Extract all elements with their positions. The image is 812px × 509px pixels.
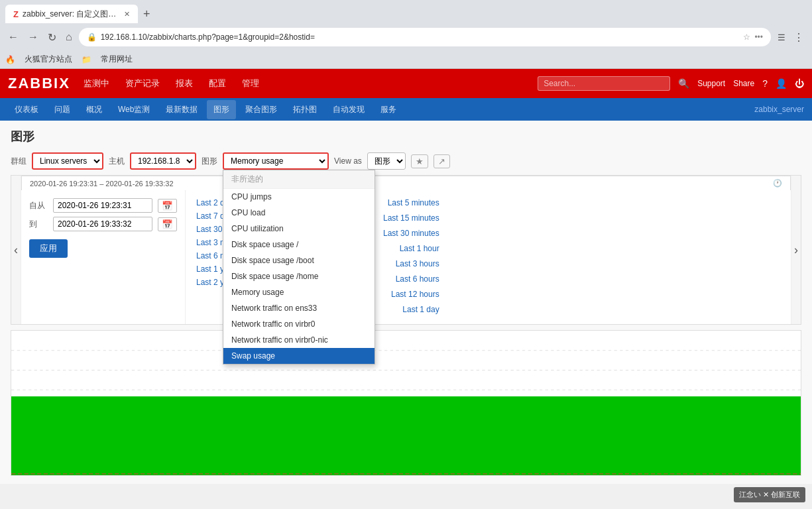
dropdown-item-cpu-util[interactable]: CPU utilization xyxy=(223,221,375,237)
bookmark-folder-icon: 📁 xyxy=(82,55,91,64)
filter-controls: 群组 Linux servers 主机 192.168.1.8 图形 Memor… xyxy=(11,152,801,170)
extensions-button[interactable]: ☰ xyxy=(775,30,788,45)
refresh-button[interactable]: ↻ xyxy=(45,30,59,45)
to-date-input[interactable] xyxy=(53,217,152,231)
search-button[interactable]: 🔍 xyxy=(678,78,689,89)
dropdown-item-net-virbr0[interactable]: Network traffic on virbr0 xyxy=(223,316,375,332)
view-as-select[interactable]: 图形 xyxy=(367,152,406,170)
date-form: 自从 📅 到 📅 应用 xyxy=(21,190,186,324)
subnav-dashboard[interactable]: 仪表板 xyxy=(8,100,45,119)
subnav-right-username: zabbix_server xyxy=(754,105,804,114)
subnav-problems[interactable]: 问题 xyxy=(48,100,77,119)
topnav-item-config[interactable]: 配置 xyxy=(209,75,226,92)
clock-icon: 🕐 xyxy=(773,179,782,188)
back-button[interactable]: ← xyxy=(5,30,21,44)
subnav-web-monitor[interactable]: Web监测 xyxy=(111,100,156,119)
bookmark-firefox-icon: 🔥 xyxy=(5,55,15,64)
browser-tab[interactable]: Z zabbix_server: 自定义图表 ■ ✕ xyxy=(5,5,138,23)
favorite-button[interactable]: ★ xyxy=(411,154,428,168)
graph-select-wrapper: Memory usage 非所选的 CPU jumps CPU load CPU… xyxy=(223,152,329,170)
view-as-label: View as xyxy=(334,156,362,166)
home-button[interactable]: ⌂ xyxy=(63,30,75,44)
browser-menu-button[interactable]: ⋮ xyxy=(791,30,807,45)
dropdown-item-memory-usage[interactable]: Memory usage xyxy=(223,284,375,300)
to-label: 到 xyxy=(29,219,48,230)
new-tab-button[interactable]: + xyxy=(138,7,156,21)
dropdown-item-cpu-jumps[interactable]: CPU jumps xyxy=(223,189,375,205)
subnav-autodiscovery[interactable]: 自动发现 xyxy=(326,100,371,119)
more-options-icon[interactable]: ••• xyxy=(754,32,763,42)
page-title: 图形 xyxy=(11,129,801,144)
dropdown-item-disk-root[interactable]: Disk space usage / xyxy=(223,237,375,253)
subnav-topology[interactable]: 拓扑图 xyxy=(286,100,323,119)
sub-navigation: 仪表板 问题 概况 Web监测 最新数据 图形 聚合图形 拓扑图 自动发现 服务… xyxy=(0,98,812,121)
page-content: 图形 群组 Linux servers 主机 192.168.1.8 图形 Me… xyxy=(0,121,812,484)
subnav-aggregate-graphs[interactable]: 聚合图形 xyxy=(239,100,284,119)
dates-area: 自从 📅 到 📅 应用 xyxy=(21,190,791,324)
group-select[interactable]: Linux servers xyxy=(32,152,103,170)
time-range-bar: 2020-01-26 19:23:31 – 2020-01-26 19:33:3… xyxy=(21,176,791,190)
subnav-latest-data[interactable]: 最新数据 xyxy=(159,100,204,119)
dropdown-item-disk-home[interactable]: Disk space usage /home xyxy=(223,268,375,284)
dropdown-header: 非所选的 xyxy=(223,170,375,189)
bookmark-star-icon[interactable]: ☆ xyxy=(743,32,750,42)
prev-page-button[interactable]: ‹ xyxy=(11,176,21,324)
top-navigation: ZABBIX 监测中 资产记录 报表 配置 管理 🔍 Support Share… xyxy=(0,69,812,98)
support-link[interactable]: Support xyxy=(697,79,725,88)
topnav-item-admin[interactable]: 管理 xyxy=(242,75,259,92)
host-label: 主机 xyxy=(109,156,125,167)
tab-close-icon[interactable]: ✕ xyxy=(124,10,130,19)
top-search-input[interactable] xyxy=(538,76,670,91)
top-nav-right: 🔍 Support Share ? 👤 ⏻ xyxy=(538,76,804,91)
bookmark-common-sites[interactable]: 常用网址 xyxy=(97,52,137,66)
dropdown-item-net-ens33[interactable]: Network traffic on ens33 xyxy=(223,300,375,316)
subnav-services[interactable]: 服务 xyxy=(374,100,403,119)
help-icon[interactable]: ? xyxy=(762,78,768,89)
z-favicon-icon: Z xyxy=(13,9,19,19)
dropdown-item-net-virbr0-nic[interactable]: Network traffic on virbr0-nic xyxy=(223,332,375,348)
logout-icon[interactable]: ⏻ xyxy=(795,78,804,89)
dropdown-item-swap[interactable]: Swap usage xyxy=(223,348,375,364)
chart-area xyxy=(11,330,801,476)
next-page-button[interactable]: › xyxy=(791,176,801,324)
share-link[interactable]: Share xyxy=(733,79,754,88)
graph-label: 图形 xyxy=(202,156,217,167)
topnav-item-reports[interactable]: 报表 xyxy=(176,75,193,92)
host-select[interactable]: 192.168.1.8 xyxy=(130,152,196,170)
group-label: 群组 xyxy=(11,156,27,167)
dropdown-item-disk-boot[interactable]: Disk space usage /boot xyxy=(223,253,375,268)
address-text: 192.168.1.10/zabbix/charts.php?page=1&gr… xyxy=(101,32,740,42)
topnav-item-assets[interactable]: 资产记录 xyxy=(125,75,160,92)
user-icon[interactable]: 👤 xyxy=(776,78,787,89)
address-bar: 🔒 192.168.1.10/zabbix/charts.php?page=1&… xyxy=(79,28,771,46)
to-calendar-button[interactable]: 📅 xyxy=(158,217,177,231)
dropdown-item-cpu-load[interactable]: CPU load xyxy=(223,205,375,221)
expand-button[interactable]: ↗ xyxy=(434,154,450,168)
topnav-item-monitor[interactable]: 监测中 xyxy=(84,75,109,92)
chart-svg xyxy=(11,331,801,475)
from-label: 自从 xyxy=(29,200,48,211)
tab-title: zabbix_server: 自定义图表 ■ xyxy=(23,9,117,20)
from-date-input[interactable] xyxy=(53,198,152,213)
forward-button[interactable]: → xyxy=(25,30,41,44)
subnav-overview[interactable]: 概况 xyxy=(80,100,109,119)
graph-select[interactable]: Memory usage xyxy=(223,152,329,170)
zabbix-logo: ZABBIX xyxy=(8,75,70,92)
bookmark-firefox-sites[interactable]: 火狐官方站点 xyxy=(21,52,76,66)
svg-rect-6 xyxy=(11,396,801,475)
subnav-graphs[interactable]: 图形 xyxy=(207,100,236,119)
from-calendar-button[interactable]: 📅 xyxy=(158,199,177,213)
apply-button[interactable]: 应用 xyxy=(29,239,68,258)
top-nav-items: 监测中 资产记录 报表 配置 管理 xyxy=(84,75,524,92)
graph-dropdown: 非所选的 CPU jumps CPU load CPU utilization … xyxy=(223,170,375,365)
time-range-text: 2020-01-26 19:23:31 – 2020-01-26 19:33:3… xyxy=(30,180,174,188)
